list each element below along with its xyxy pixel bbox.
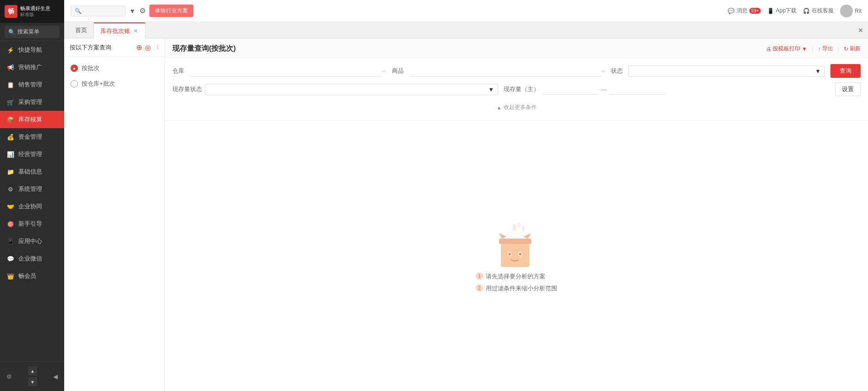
- svg-point-8: [519, 253, 522, 255]
- online-service-button[interactable]: 🎧 在线客服: [803, 7, 834, 15]
- basic-info-icon: 📁: [6, 168, 15, 176]
- panel-collapse-button[interactable]: 《: [154, 43, 159, 51]
- add-scheme-button[interactable]: ⊕: [136, 43, 142, 52]
- sidebar-item-app-center[interactable]: 📱 应用中心: [0, 233, 64, 250]
- tab-home[interactable]: 首页: [69, 22, 93, 38]
- tab-inventory-batch[interactable]: 库存批次账 ✕: [93, 22, 146, 38]
- scheme-dot-active: ●: [71, 65, 78, 72]
- enterprise-wechat-label: 企业微信: [18, 255, 42, 263]
- sidebar-item-new-guide[interactable]: 🎯 新手引导: [0, 215, 64, 233]
- sidebar-item-quick-nav[interactable]: ⚡ 快捷导航: [0, 41, 64, 59]
- scheme-item-by-batch[interactable]: ● 按批次: [64, 60, 165, 76]
- action-divider-2: |: [838, 45, 839, 52]
- finance-label: 资金管理: [18, 133, 42, 141]
- sidebar-item-inventory[interactable]: 📦 库存核算: [0, 111, 64, 128]
- sidebar-item-purchase[interactable]: 🛒 采购管理: [0, 93, 64, 111]
- warehouse-input[interactable]: [190, 65, 382, 76]
- sidebar-item-system[interactable]: ⚙ 系统管理: [0, 180, 64, 198]
- settings-footer-button[interactable]: ⚙: [6, 373, 12, 380]
- sales-label: 销售管理: [18, 81, 42, 89]
- sidebar-subtitle: 标准版: [20, 11, 50, 18]
- refresh-label: 刷新: [850, 45, 861, 53]
- stock-amount-to[interactable]: [610, 84, 665, 95]
- tab-inventory-batch-close[interactable]: ✕: [132, 28, 139, 34]
- sidebar-collapse-button[interactable]: ◀: [53, 373, 58, 380]
- sidebar-item-basic-info[interactable]: 📁 基础信息: [0, 163, 64, 180]
- topbar: 🔍 ▼ ⚙ 体验行业方案 💬 消息 99+ 📱 App下载 🎧 在线客服: [64, 0, 868, 22]
- svg-marker-10: [523, 233, 531, 239]
- svg-point-2: [522, 225, 525, 232]
- sidebar-title: 畅康通好生意: [20, 5, 50, 11]
- scheme-item-by-warehouse-batch[interactable]: 按仓库+批次: [64, 76, 165, 92]
- sidebar-item-marketing[interactable]: 📢 营销推广: [0, 59, 64, 76]
- action-divider-1: |: [812, 45, 813, 52]
- topbar-search-bar: 🔍: [71, 5, 126, 16]
- message-button[interactable]: 💬 消息 99+: [728, 7, 761, 15]
- scheme-by-warehouse-batch-label: 按仓库+批次: [82, 80, 115, 88]
- sidebar-scroll-down-button[interactable]: ▼: [28, 377, 37, 386]
- status-label: 状态: [611, 67, 626, 75]
- app-download-button[interactable]: 📱 App下载: [767, 7, 797, 15]
- empty-tip-1: 1 请先选择要分析的方案: [476, 272, 557, 281]
- tab-close-right-button[interactable]: ✕: [858, 27, 863, 34]
- sidebar-item-sales[interactable]: 📋 销售管理: [0, 76, 64, 93]
- sidebar-nav: ⚡ 快捷导航 📢 营销推广 📋 销售管理 🛒 采购管理 📦 库存核算 💰 资金管…: [0, 41, 64, 361]
- query-button[interactable]: 查询: [830, 64, 861, 78]
- message-badge: 99+: [749, 8, 761, 14]
- sidebar-item-finance[interactable]: 💰 资金管理: [0, 128, 64, 146]
- export-icon: ↑: [818, 46, 821, 52]
- empty-tip-2: 2 用过滤条件来缩小分析范围: [476, 284, 557, 293]
- marketing-icon: 📢: [6, 63, 15, 71]
- svg-point-1: [517, 222, 520, 228]
- sidebar-scroll-up-button[interactable]: ▲: [28, 366, 37, 375]
- scheme-settings-button[interactable]: ◎: [145, 43, 151, 52]
- stock-amount-from[interactable]: [543, 84, 598, 95]
- app-download-icon: 📱: [767, 8, 774, 14]
- goods-more-button[interactable]: ···: [601, 68, 605, 74]
- tab-inventory-batch-label: 库存批次账: [100, 27, 130, 35]
- export-label: 导出: [822, 45, 833, 53]
- tip-text-2: 用过滤条件来缩小分析范围: [486, 284, 557, 293]
- member-icon: 👑: [6, 272, 15, 280]
- app-center-label: 应用中心: [18, 237, 42, 245]
- scheme-dot-normal: [71, 80, 78, 87]
- sidebar-logo: 畅: [5, 5, 17, 18]
- warehouse-more-button[interactable]: ···: [382, 68, 386, 74]
- right-panel: 现存量查询(按批次) 🖨 按模板打印 ▼ | ↑ 导出 | ↻: [165, 38, 868, 391]
- sidebar-item-member[interactable]: 👑 畅会员: [0, 267, 64, 285]
- goods-input[interactable]: [409, 65, 601, 76]
- tip-num-2: 2: [476, 284, 483, 292]
- sidebar-scrollers: ▲ ▼: [28, 366, 37, 386]
- collapse-more-button[interactable]: ▲ 收起更多条件: [172, 101, 861, 114]
- goods-label: 商品: [392, 67, 407, 75]
- system-label: 系统管理: [18, 185, 42, 193]
- online-service-icon: 🎧: [803, 8, 810, 14]
- settings-button[interactable]: 设置: [835, 82, 861, 96]
- inventory-icon: 📦: [6, 115, 15, 124]
- search-icon: 🔍: [8, 29, 15, 35]
- status-select[interactable]: ▼: [628, 65, 825, 77]
- stock-status-select[interactable]: ▼: [205, 84, 498, 95]
- stock-amount-dash: —: [601, 86, 607, 93]
- refresh-button[interactable]: ↻ 刷新: [844, 45, 861, 53]
- topbar-dropdown-button[interactable]: ▼: [129, 7, 136, 15]
- svg-point-0: [512, 224, 516, 231]
- sidebar-brand: 畅康通好生意 标准版: [20, 5, 50, 18]
- search-menu-button[interactable]: 🔍 搜索菜单: [5, 26, 60, 38]
- goods-field: 商品 ···: [392, 65, 606, 76]
- sidebar-item-operations[interactable]: 📊 经营管理: [0, 146, 64, 163]
- sidebar-item-enterprise-coop[interactable]: 🤝 企业协同: [0, 198, 64, 215]
- enterprise-coop-icon: 🤝: [6, 202, 15, 211]
- new-guide-label: 新手引导: [18, 220, 42, 228]
- content-area: 按以下方案查询 ⊕ ◎ 《 ● 按批次 按仓库+批次: [64, 38, 868, 391]
- sidebar-item-enterprise-wechat[interactable]: 💬 企业微信: [0, 250, 64, 267]
- topbar-settings-button[interactable]: ⚙: [139, 6, 146, 15]
- experience-industry-button[interactable]: 体验行业方案: [149, 5, 193, 17]
- export-button[interactable]: ↑ 导出: [818, 45, 833, 53]
- settings-footer-icon: ⚙: [6, 373, 12, 380]
- page-header: 现存量查询(按批次) 🖨 按模板打印 ▼ | ↑ 导出 | ↻: [165, 38, 868, 58]
- user-profile[interactable]: Rit: [840, 5, 862, 17]
- tabbar: 首页 库存批次账 ✕ ✕: [64, 22, 868, 38]
- empty-svg: [489, 219, 544, 270]
- print-template-button[interactable]: 🖨 按模板打印 ▼: [766, 45, 807, 53]
